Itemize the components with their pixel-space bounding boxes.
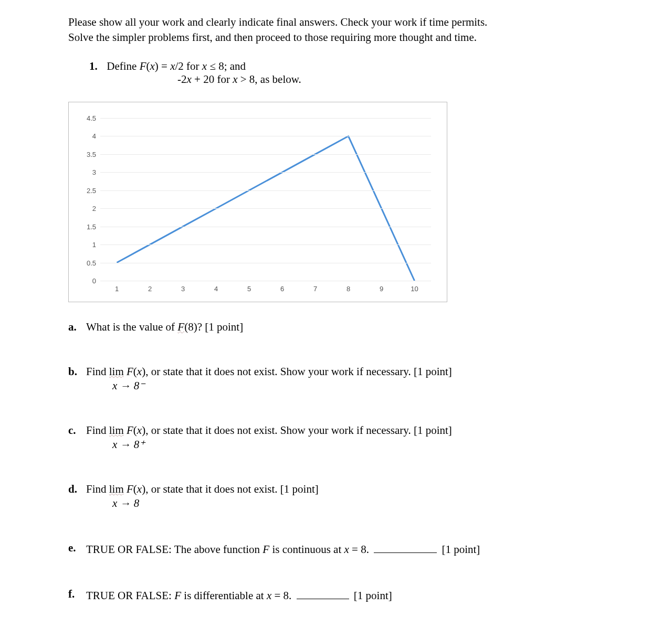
chart-x-tick-label: 2 bbox=[148, 281, 152, 293]
instructions-block: Please show all your work and clearly in… bbox=[68, 16, 604, 44]
chart-gridline bbox=[100, 190, 431, 191]
question-a-letter: a. bbox=[68, 321, 83, 334]
question-f-letter: f. bbox=[68, 588, 83, 601]
question-c-sub: x → 8⁺ bbox=[112, 438, 604, 451]
chart-gridline bbox=[100, 154, 431, 155]
chart-x-tick-label: 7 bbox=[313, 281, 317, 293]
chart-x-tick-label: 1 bbox=[115, 281, 119, 293]
chart-y-tick-label: 4.5 bbox=[75, 114, 100, 122]
chart-y-tick-label: 0 bbox=[75, 277, 100, 285]
chart-gridline bbox=[100, 227, 431, 227]
instructions-line-2: Solve the simpler problems first, and th… bbox=[68, 31, 604, 44]
chart-y-tick-label: 4 bbox=[75, 132, 100, 140]
question-a: a. What is the value of F(8)? [1 point] bbox=[68, 321, 604, 334]
question-b-sub: x → 8⁻ bbox=[112, 379, 604, 392]
chart-plot-area: 00.511.522.533.544.512345678910 bbox=[100, 118, 431, 281]
chart-y-tick-label: 0.5 bbox=[75, 259, 100, 267]
question-c: c. Find lim F(x), or state that it does … bbox=[68, 424, 604, 451]
chart-line-svg bbox=[100, 118, 431, 281]
problem-def-line2: -2x + 20 for x > 8, as below. bbox=[177, 73, 604, 86]
question-e-letter: e. bbox=[68, 541, 83, 555]
chart-gridline bbox=[100, 136, 431, 136]
chart-gridline bbox=[100, 208, 431, 209]
question-d-letter: d. bbox=[68, 483, 83, 496]
chart-x-tick-label: 3 bbox=[181, 281, 185, 293]
questions-block: a. What is the value of F(8)? [1 point] … bbox=[68, 321, 604, 602]
question-b: b. Find lim F(x), or state that it does … bbox=[68, 365, 604, 392]
answer-blank-f[interactable] bbox=[297, 588, 349, 599]
chart-y-tick-label: 1 bbox=[75, 241, 100, 249]
question-e: e. TRUE OR FALSE: The above function F i… bbox=[68, 541, 604, 556]
instructions-line-1: Please show all your work and clearly in… bbox=[68, 16, 604, 29]
chart-x-tick-label: 6 bbox=[280, 281, 284, 293]
answer-blank-e[interactable] bbox=[374, 541, 437, 553]
chart-x-tick-label: 4 bbox=[214, 281, 218, 293]
chart-y-tick-label: 3 bbox=[75, 168, 100, 176]
chart-x-tick-label: 10 bbox=[411, 281, 418, 293]
chart-y-tick-label: 1.5 bbox=[75, 222, 100, 230]
question-c-letter: c. bbox=[68, 424, 83, 437]
question-d: d. Find lim F(x), or state that it does … bbox=[68, 483, 604, 510]
chart-container: 00.511.522.533.544.512345678910 bbox=[68, 102, 447, 302]
problem-number: 1. bbox=[89, 60, 104, 73]
question-d-sub: x → 8 bbox=[112, 497, 604, 510]
chart-gridline bbox=[100, 118, 431, 119]
chart-x-tick-label: 9 bbox=[380, 281, 383, 293]
chart-gridline bbox=[100, 263, 431, 263]
question-b-letter: b. bbox=[68, 365, 83, 378]
chart-y-tick-label: 3.5 bbox=[75, 150, 100, 158]
problem-1-header: 1. Define F(x) = x/2 for x ≤ 8; and -2x … bbox=[89, 60, 604, 86]
chart-x-tick-label: 8 bbox=[346, 281, 350, 293]
question-f: f. TRUE OR FALSE: F is differentiable at… bbox=[68, 588, 604, 602]
chart-y-tick-label: 2 bbox=[75, 205, 100, 212]
chart-x-tick-label: 5 bbox=[247, 281, 251, 293]
chart-y-tick-label: 2.5 bbox=[75, 186, 100, 194]
chart-gridline bbox=[100, 244, 431, 245]
page: Please show all your work and clearly in… bbox=[0, 0, 672, 638]
problem-def-line1: Define F(x) = x/2 for x ≤ 8; and bbox=[107, 60, 246, 72]
chart-gridline bbox=[100, 172, 431, 173]
